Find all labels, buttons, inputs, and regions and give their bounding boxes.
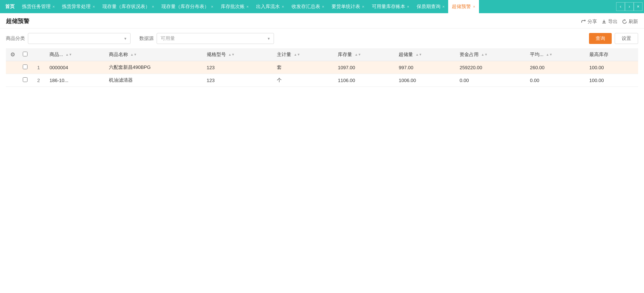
- close-icon[interactable]: ×: [473, 4, 475, 9]
- nav-label: 收发存汇总表: [292, 3, 320, 10]
- col-product-code[interactable]: 商品... ▲▼: [46, 48, 105, 61]
- row-product-name: 六配套新昌490BPG: [105, 61, 203, 74]
- sort-icon: ▲▼: [481, 53, 488, 56]
- row-overstock: 997.00: [395, 61, 456, 74]
- table-header-row: ⚙ 商品... ▲▼ 商品名称 ▲▼ 规格型号: [6, 48, 638, 61]
- nav-item-abnormal[interactable]: 拣货异常处理 ×: [58, 0, 98, 13]
- nav-item-home[interactable]: 首页: [1, 0, 18, 13]
- nav-arrows: ‹ › ×: [616, 2, 643, 11]
- row-checkbox[interactable]: [23, 77, 28, 82]
- overstock-table: ⚙ 商品... ▲▼ 商品名称 ▲▼ 规格型号: [6, 48, 638, 87]
- header-actions: 分享 导出 刷新: [581, 18, 638, 25]
- nav-home-label: 首页: [5, 3, 15, 10]
- row-num-cell: 1: [31, 61, 46, 74]
- col-spec[interactable]: 规格型号 ▲▼: [203, 48, 274, 61]
- col-capital[interactable]: 资金占用 ▲▼: [456, 48, 526, 61]
- chevron-down-icon: ▾: [268, 36, 270, 41]
- product-category-select[interactable]: ▾: [28, 33, 131, 44]
- sort-icon: ▲▼: [546, 53, 553, 56]
- col-product-name[interactable]: 商品名称 ▲▼: [105, 48, 203, 61]
- page-title: 超储预警: [6, 18, 29, 25]
- chevron-down-icon: ▾: [124, 36, 127, 41]
- row-avg: 260.00: [526, 61, 586, 74]
- row-product-code: 0000004: [46, 61, 105, 74]
- close-icon[interactable]: ×: [152, 4, 154, 9]
- col-avg[interactable]: 平均... ▲▼: [526, 48, 586, 61]
- nav-arrow-left[interactable]: ‹: [616, 2, 625, 11]
- close-icon[interactable]: ×: [362, 4, 364, 9]
- row-spec: 123: [203, 61, 274, 74]
- nav-item-task-mgmt[interactable]: 拣货任务管理 ×: [18, 0, 58, 13]
- data-source-select[interactable]: 可用量 ▾: [157, 33, 274, 44]
- page-header: 超储预警 分享 导出 刷新: [0, 13, 644, 29]
- col-unit[interactable]: 主计量 ▲▼: [273, 48, 334, 61]
- row-product-name: 机油滤清器: [105, 74, 203, 87]
- nav-item-quality[interactable]: 保质期查询 ×: [413, 0, 448, 13]
- nav-item-order-stat[interactable]: 要货单统计表 ×: [328, 0, 368, 13]
- table-row[interactable]: 1 0000004 六配套新昌490BPG 123 套 1097.00 997.…: [6, 61, 638, 74]
- select-all-checkbox[interactable]: [23, 52, 28, 56]
- close-icon[interactable]: ×: [322, 4, 324, 9]
- row-unit: 个: [273, 74, 334, 87]
- nav-label: 现存量（库存状况表）: [102, 3, 150, 10]
- close-icon[interactable]: ×: [282, 4, 284, 9]
- table-container: ⚙ 商品... ▲▼ 商品名称 ▲▼ 规格型号: [0, 48, 644, 87]
- col-row-num: [31, 48, 46, 61]
- nav-label: 要货单统计表: [332, 3, 360, 10]
- nav-label: 出入库流水: [256, 3, 280, 10]
- product-category-filter: 商品分类 ▾: [6, 33, 131, 44]
- row-max-stock: 100.00: [586, 74, 638, 87]
- nav-label: 超储预警: [452, 3, 471, 10]
- nav-label: 库存批次账: [221, 3, 245, 10]
- row-spec: 123: [203, 74, 274, 87]
- col-overstock[interactable]: 超储量 ▲▼: [395, 48, 456, 61]
- product-category-label: 商品分类: [6, 35, 25, 42]
- col-checkbox: [19, 48, 31, 61]
- sort-icon: ▲▼: [65, 53, 72, 56]
- nav-item-collect[interactable]: 收发存汇总表 ×: [288, 0, 328, 13]
- refresh-button[interactable]: 刷新: [622, 18, 638, 25]
- close-icon[interactable]: ×: [52, 4, 55, 9]
- nav-label: 拣货任务管理: [22, 3, 51, 10]
- export-button[interactable]: 导出: [601, 18, 618, 25]
- row-stock: 1106.00: [334, 74, 395, 87]
- col-max-stock[interactable]: 最高库存: [586, 48, 638, 61]
- row-num-cell: 2: [31, 74, 46, 87]
- close-icon[interactable]: ×: [211, 4, 213, 9]
- sort-icon: ▲▼: [355, 53, 361, 56]
- sort-icon: ▲▼: [228, 53, 235, 56]
- row-settings-cell: [6, 61, 19, 74]
- nav-item-available[interactable]: 可用量库存账本 ×: [368, 0, 413, 13]
- data-source-value: 可用量: [161, 35, 175, 42]
- close-icon[interactable]: ×: [407, 4, 409, 9]
- settings-button[interactable]: 设置: [615, 33, 638, 44]
- nav-label: 保质期查询: [417, 3, 440, 10]
- share-icon: [581, 19, 586, 24]
- col-stock[interactable]: 库存量 ▲▼: [334, 48, 395, 61]
- nav-item-stock-status[interactable]: 现存量（库存状况表） ×: [99, 0, 158, 13]
- nav-arrow-right[interactable]: ›: [625, 2, 634, 11]
- share-button[interactable]: 分享: [581, 18, 597, 25]
- query-button[interactable]: 查询: [589, 33, 612, 44]
- nav-item-batch[interactable]: 库存批次账 ×: [217, 0, 252, 13]
- row-product-code: 186-10...: [46, 74, 105, 87]
- row-checkbox[interactable]: [23, 64, 28, 69]
- close-icon[interactable]: ×: [442, 4, 444, 9]
- sort-icon: ▲▼: [130, 53, 137, 56]
- main-content: 超储预警 分享 导出 刷新: [0, 13, 644, 293]
- table-row[interactable]: 2 186-10... 机油滤清器 123 个 1106.00 1006.00 …: [6, 74, 638, 87]
- nav-item-stock-dist[interactable]: 现存量（库存分布表） ×: [158, 0, 217, 13]
- row-capital: 0.00: [456, 74, 526, 87]
- row-max-stock: 100.00: [586, 61, 638, 74]
- row-checkbox-cell[interactable]: [19, 74, 31, 87]
- close-icon[interactable]: ×: [92, 4, 95, 9]
- column-settings-button[interactable]: ⚙: [10, 51, 15, 58]
- nav-item-overstock[interactable]: 超储预警 ×: [448, 0, 479, 13]
- close-icon[interactable]: ×: [246, 4, 249, 9]
- nav-arrow-more[interactable]: ×: [634, 2, 643, 11]
- sort-icon: ▲▼: [294, 53, 300, 56]
- row-settings-cell: [6, 74, 19, 87]
- row-checkbox-cell[interactable]: [19, 61, 31, 74]
- nav-item-inout-flow[interactable]: 出入库流水 ×: [252, 0, 288, 13]
- data-source-filter: 数据源 可用量 ▾: [139, 33, 274, 44]
